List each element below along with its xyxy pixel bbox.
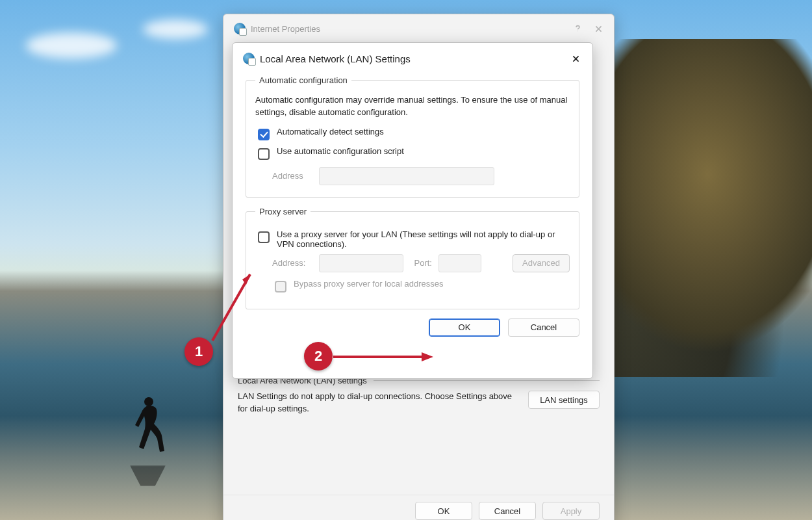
internet-properties-titlebar: Internet Properties [223, 14, 614, 42]
close-button[interactable] [590, 21, 606, 36]
auto-detect-label: Automatically detect settings [277, 127, 384, 136]
cancel-button[interactable]: Cancel [508, 318, 579, 337]
bypass-checkbox[interactable] [275, 281, 286, 292]
use-proxy-label: Use a proxy server for your LAN (These s… [277, 229, 570, 249]
svg-marker-5 [422, 352, 433, 361]
proxy-address-input[interactable] [319, 254, 403, 272]
bypass-label: Bypass proxy server for local addresses [294, 279, 443, 289]
group-legend: Automatic configuration [255, 75, 351, 85]
svg-line-2 [212, 274, 250, 341]
script-address-label: Address [272, 171, 312, 181]
use-script-row: Use automatic configuration script [255, 146, 570, 162]
annotation-arrow-1 [210, 265, 262, 343]
lan-settings-footer: OK Cancel [246, 318, 579, 337]
lan-settings-group: Local Area Network (LAN) settings LAN Se… [238, 376, 600, 415]
lan-settings-window: Local Area Network (LAN) Settings Automa… [232, 42, 593, 379]
internet-options-icon [234, 23, 246, 34]
use-proxy-row: Use a proxy server for your LAN (These s… [255, 229, 570, 249]
auto-detect-checkbox[interactable] [258, 129, 270, 140]
auto-detect-row: Automatically detect settings [255, 127, 570, 142]
cancel-button[interactable]: Cancel [479, 502, 536, 520]
use-script-checkbox[interactable] [258, 148, 270, 160]
proxy-port-label: Port: [410, 258, 432, 268]
auto-config-desc: Automatic configuration may override man… [255, 94, 570, 119]
lan-settings-titlebar: Local Area Network (LAN) Settings [233, 43, 592, 73]
background-cloud [143, 20, 208, 39]
lan-settings-desc: LAN Settings do not apply to dial-up con… [238, 391, 516, 415]
internet-options-icon [243, 53, 255, 64]
annotation-badge-1: 1 [184, 337, 213, 366]
background-reflection [130, 465, 166, 486]
help-button[interactable] [570, 21, 585, 36]
divider [374, 380, 600, 381]
close-button[interactable] [568, 51, 583, 66]
window-title: Internet Properties [251, 24, 320, 34]
svg-point-0 [144, 397, 153, 406]
svg-marker-3 [242, 274, 250, 285]
lan-settings-body: Automatic configuration Automatic config… [233, 73, 592, 347]
group-legend: Proxy server [255, 207, 311, 216]
proxy-server-group: Proxy server Use a proxy server for your… [246, 207, 579, 309]
annotation-badge-2: 2 [304, 342, 333, 370]
proxy-port-input[interactable] [438, 254, 481, 272]
advanced-button[interactable]: Advanced [513, 254, 570, 272]
annotation-arrow-2 [332, 351, 436, 363]
proxy-address-label: Address: [272, 258, 312, 268]
bypass-row: Bypass proxy server for local addresses [255, 279, 570, 294]
background-runner [127, 395, 166, 460]
use-proxy-checkbox[interactable] [258, 231, 270, 243]
lan-settings-button[interactable]: LAN settings [528, 391, 600, 409]
window-title: Local Area Network (LAN) Settings [260, 53, 411, 64]
script-address-input[interactable] [319, 167, 494, 185]
internet-properties-footer: OK Cancel Apply [223, 495, 614, 520]
ok-button[interactable]: OK [429, 318, 500, 337]
ok-button[interactable]: OK [415, 502, 472, 520]
background-cloud [26, 32, 117, 58]
use-script-label: Use automatic configuration script [277, 146, 404, 156]
automatic-configuration-group: Automatic configuration Automatic config… [246, 75, 579, 198]
svg-point-1 [577, 31, 578, 31]
apply-button[interactable]: Apply [542, 502, 600, 520]
